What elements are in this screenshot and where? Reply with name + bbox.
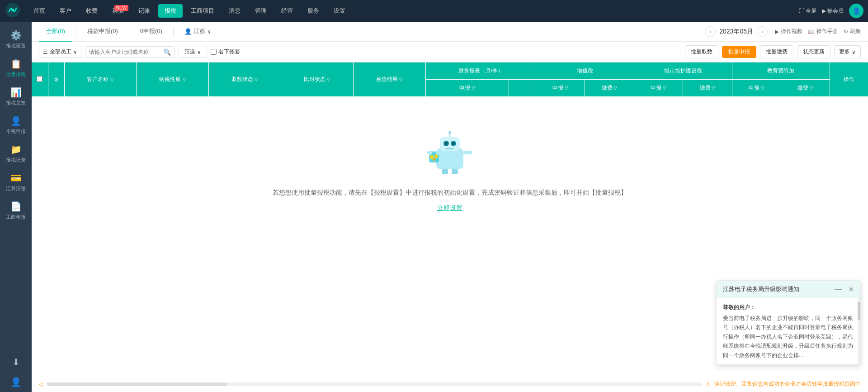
th-edu-fee: 教育费附加 (732, 62, 830, 80)
filter-icon[interactable]: ▽ (470, 86, 475, 91)
filter-icon[interactable]: ▽ (661, 86, 666, 91)
nav-fee[interactable]: 收费 (80, 4, 104, 18)
nav-message[interactable]: 消息 (222, 4, 247, 18)
date-text: 2023年05月 (719, 28, 753, 36)
fullscreen-btn[interactable]: ⛶ 全屏 (799, 7, 816, 15)
prev-month-btn[interactable]: ‹ (705, 26, 716, 37)
svg-point-15 (430, 155, 434, 159)
sidebar-item-settlement[interactable]: 💳 汇算清缴 (0, 168, 32, 196)
warning-text: 验证账密、采集信息均成功的企业才会流转至批量报税页面中 (714, 380, 861, 388)
employee-filter[interactable]: ☰ 全部员工 ∨ (39, 46, 81, 58)
annual-report-icon: 📄 (10, 201, 22, 212)
notification-minimize-btn[interactable]: — (835, 285, 842, 293)
notification-close-btn[interactable]: ✕ (848, 285, 854, 294)
tab-separator-3 (173, 27, 174, 36)
filter-icon[interactable]: ▽ (183, 77, 186, 82)
notif-scrollbar[interactable] (858, 298, 860, 364)
checkbox-account[interactable] (211, 49, 217, 55)
tab-bar: 全部(0) 税款申报(0) 0申报(0) 👤 江苏 ∨ ‹ 2023年05月 › (32, 22, 868, 42)
th-financial-report: 财务报表（月/季） (426, 62, 536, 80)
batch-pay-btn[interactable]: 批量缴费 (760, 45, 793, 58)
search-input[interactable] (89, 49, 161, 55)
notification-body: 尊敬的用户： 受当前电子税务局进一步升级的影响，同一个政务网账号（办税人）名下的… (717, 298, 860, 364)
th-compare-status: 比对状态 ▽ (281, 62, 354, 96)
logo[interactable] (5, 2, 23, 20)
scroll-area[interactable] (47, 382, 702, 386)
filter-icon[interactable]: ▽ (255, 77, 258, 82)
nav-business[interactable]: 工商项目 (184, 4, 221, 18)
nav-operation[interactable]: 经营 (275, 4, 299, 18)
tab-region[interactable]: 👤 江苏 ∨ (177, 22, 219, 42)
svg-point-6 (445, 142, 448, 145)
filter-icon[interactable]: ▽ (808, 86, 813, 91)
nav-home[interactable]: 首页 (27, 4, 52, 18)
video-action[interactable]: ▶ 操作视频 (775, 28, 802, 35)
tax-overview-icon: 📊 (10, 87, 22, 98)
bottom-bar: ◁ ⚠ 验证账密、采集信息均成功的企业才会流转至批量报税页面中 (32, 376, 868, 392)
batch-submit-btn[interactable]: 批量申报 (722, 46, 756, 58)
member-btn[interactable]: ▶ 畅会员 (822, 7, 844, 15)
svg-rect-8 (445, 148, 454, 149)
sidebar-item-personal-tax[interactable]: 👤 个税申报 (0, 111, 32, 139)
sidebar-label-tax-settings: 报税设置 (6, 43, 26, 49)
filter-icon[interactable]: ▽ (760, 86, 764, 91)
tab-zero-declare[interactable]: 0申报(0) (133, 22, 170, 42)
tab-tax-declare[interactable]: 税款申报(0) (80, 22, 125, 42)
next-month-btn[interactable]: › (757, 26, 768, 37)
more-btn[interactable]: 更多 ∨ (834, 45, 861, 58)
nav-invoice[interactable]: 票据 NEW (106, 4, 130, 18)
sidebar-item-download[interactable]: ⬇ (0, 352, 32, 372)
svg-point-10 (448, 131, 451, 134)
filter-icon[interactable]: ▽ (399, 77, 403, 82)
th-fin-declare: 申报 ▽ (426, 80, 509, 97)
refresh-action[interactable]: ↻ 刷新 (844, 28, 861, 35)
member-icon: ▶ (822, 8, 826, 14)
nav-tax[interactable]: 报税 (158, 4, 183, 18)
scroll-thumb (47, 382, 227, 386)
nav-service[interactable]: 服务 (301, 4, 326, 18)
tab-separator-1 (76, 27, 76, 36)
filter-icon[interactable]: ▽ (110, 77, 114, 82)
filter-icon[interactable]: ▽ (327, 77, 330, 82)
sidebar-item-user[interactable]: 👤 (0, 372, 32, 392)
th-action: 操作 (830, 62, 868, 96)
sidebar-item-tax-record[interactable]: 📁 报税记录 (0, 139, 32, 168)
status-update-btn[interactable]: 状态更新 (797, 45, 830, 58)
manual-action[interactable]: 📖 操作手册 (808, 28, 838, 35)
personal-tax-icon: 👤 (10, 115, 22, 126)
batch-tax-icon: 📋 (10, 58, 22, 69)
filter-icon[interactable]: ▽ (563, 86, 568, 91)
sidebar-label-tax-record: 报税记录 (6, 157, 26, 163)
download-icon: ⬇ (12, 357, 20, 368)
tab-all[interactable]: 全部(0) (39, 22, 72, 42)
batch-fetch-btn[interactable]: 批量取数 (685, 45, 718, 58)
notification-body-text: 受当前电子税务局进一步升级的影响，同一个政务网账号（办税人）名下的企业不能再同时… (723, 314, 854, 360)
dropdown-icon: ∨ (73, 49, 77, 55)
nav-manage[interactable]: 管理 (249, 4, 273, 18)
filter-btn[interactable]: 筛选 ∨ (179, 46, 207, 58)
filter-icon[interactable]: ▽ (613, 86, 618, 91)
sidebar-item-tax-settings[interactable]: ⚙️ 报税设置 (0, 25, 32, 54)
th-check-result: 检查结果 ▽ (354, 62, 426, 96)
search-icon[interactable]: 🔍 (163, 48, 171, 56)
nav-settings[interactable]: 设置 (327, 4, 352, 18)
toolbar-right: 批量取数 批量申报 批量缴费 状态更新 更多 ∨ (685, 45, 861, 58)
nav-accounting[interactable]: 记账 (132, 4, 156, 18)
notification-greeting: 尊敬的用户： (723, 304, 755, 311)
th-fetch-status: 取数状态 ▽ (209, 62, 281, 96)
sidebar-item-annual-report[interactable]: 📄 工商年报 (0, 196, 32, 225)
avatar[interactable]: 👤 (849, 4, 863, 18)
th-checkbox (32, 62, 48, 96)
select-all-checkbox[interactable] (37, 76, 42, 82)
search-box: 🔍 (85, 46, 175, 58)
nav-customer[interactable]: 客户 (53, 4, 78, 18)
sidebar-item-batch-tax[interactable]: 📋 批量报税 (0, 54, 32, 82)
svg-point-1 (11, 9, 14, 11)
settings-icon[interactable]: ⚙ (54, 76, 59, 83)
checkbox-label[interactable]: 名下账套 (211, 48, 240, 56)
setup-link[interactable]: 立即设置 (437, 204, 462, 212)
sidebar-item-tax-overview[interactable]: 📊 报税总览 (0, 82, 32, 111)
filter-icon[interactable]: ▽ (711, 86, 716, 91)
robot-illustration (423, 124, 477, 178)
sidebar-label-batch-tax: 批量报税 (6, 71, 26, 78)
